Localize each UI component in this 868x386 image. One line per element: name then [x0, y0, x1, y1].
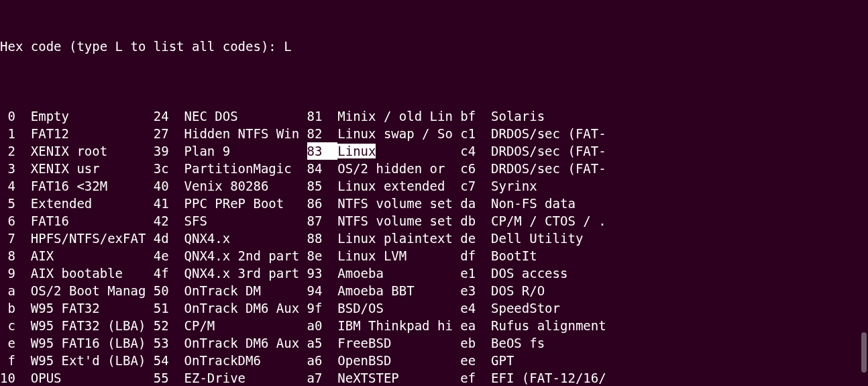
partition-code: 24 — [154, 107, 169, 125]
column-gap — [169, 212, 184, 230]
column-gap — [476, 142, 491, 160]
partition-name: W95 FAT16 (LBA) — [31, 334, 154, 352]
partition-code: 93 — [307, 264, 323, 282]
scrollbar[interactable] — [860, 0, 867, 386]
partition-name: DRDOS/sec (FAT- — [491, 142, 614, 160]
partition-name: Linux swap / So — [337, 125, 460, 142]
column-gap — [322, 125, 337, 142]
partition-code: 86 — [307, 195, 323, 212]
partition-name: FAT16 — [31, 212, 154, 230]
partition-name: AIX bootable — [31, 264, 154, 282]
partition-name: BeOS fs — [491, 334, 614, 352]
partition-name: OnTrackDM6 — [184, 352, 307, 369]
partition-name: NeXTSTEP — [337, 369, 460, 386]
column-gap — [169, 230, 184, 247]
partition-code: df — [460, 247, 476, 264]
column-gap — [476, 195, 491, 212]
column-gap — [322, 212, 337, 230]
partition-type-list: 0 Empty 24 NEC DOS 81 Minix / old Lin bf… — [0, 107, 868, 386]
partition-code: 8e — [307, 247, 323, 264]
column-gap — [15, 230, 31, 247]
partition-name: Rufus alignment — [491, 317, 614, 334]
column-gap — [476, 352, 491, 369]
partition-name: EZ-Drive — [184, 369, 307, 386]
column-gap — [169, 352, 184, 369]
partition-name: IBM Thinkpad hi — [337, 317, 460, 334]
column-gap — [15, 317, 31, 334]
partition-code: 50 — [154, 282, 169, 299]
column-gap — [15, 142, 31, 160]
table-row: 8 AIX 4e QNX4.x 2nd part 8e Linux LVM df… — [0, 247, 868, 264]
partition-code: eb — [460, 334, 476, 352]
column-gap — [15, 212, 31, 230]
partition-code: 0 — [0, 107, 15, 125]
table-row: a OS/2 Boot Manag 50 OnTrack DM 94 Amoeb… — [0, 282, 868, 299]
partition-name: Amoeba — [337, 264, 460, 282]
partition-code: a5 — [307, 334, 323, 352]
partition-code: 53 — [154, 334, 169, 352]
partition-name: Linux — [337, 142, 460, 160]
partition-name: QNX4.x — [184, 230, 307, 247]
partition-name: OnTrack DM6 Aux — [184, 334, 307, 352]
partition-code: 88 — [307, 230, 323, 247]
partition-code: c4 — [460, 142, 476, 160]
table-row: 9 AIX bootable 4f QNX4.x 3rd part 93 Amo… — [0, 264, 868, 282]
partition-name: CP/M — [184, 317, 307, 334]
column-gap — [476, 160, 491, 177]
table-row: 3 XENIX usr 3c PartitionMagic 84 OS/2 hi… — [0, 160, 868, 177]
table-row: 0 Empty 24 NEC DOS 81 Minix / old Lin bf… — [0, 107, 868, 125]
partition-name: HPFS/NTFS/exFAT — [31, 230, 154, 247]
partition-name: W95 FAT32 — [31, 299, 154, 317]
partition-code: ef — [460, 369, 476, 386]
partition-name: Linux extended — [337, 177, 460, 195]
partition-name: NTFS volume set — [337, 195, 460, 212]
partition-code: 55 — [154, 369, 169, 386]
partition-name: Hidden NTFS Win — [184, 125, 307, 142]
column-gap — [169, 264, 184, 282]
partition-name: DOS access — [491, 264, 614, 282]
column-gap — [476, 334, 491, 352]
partition-name: Dell Utility — [491, 230, 614, 247]
partition-code: de — [460, 230, 476, 247]
column-gap — [322, 177, 337, 195]
partition-name: Minix / old Lin — [337, 107, 460, 125]
column-gap — [322, 282, 337, 299]
partition-name: NTFS volume set — [337, 212, 460, 230]
partition-code: 94 — [307, 282, 323, 299]
partition-code: 4f — [154, 264, 169, 282]
column-gap — [15, 125, 31, 142]
partition-name: Extended — [31, 195, 154, 212]
column-gap — [476, 299, 491, 317]
column-gap — [169, 317, 184, 334]
partition-code: db — [460, 212, 476, 230]
partition-code: da — [460, 195, 476, 212]
partition-name: OpenBSD — [337, 352, 460, 369]
column-gap — [15, 160, 31, 177]
partition-name: QNX4.x 2nd part — [184, 247, 307, 264]
column-gap — [15, 369, 31, 386]
partition-name: FAT12 — [31, 125, 154, 142]
column-gap — [476, 264, 491, 282]
table-row: 5 Extended 41 PPC PReP Boot 86 NTFS volu… — [0, 195, 868, 212]
partition-code: 4d — [154, 230, 169, 247]
column-gap — [322, 230, 337, 247]
scrollbar-thumb[interactable] — [861, 332, 867, 373]
partition-code: a0 — [307, 317, 323, 334]
table-row: 10 OPUS 55 EZ-Drive a7 NeXTSTEP ef EFI (… — [0, 369, 868, 386]
partition-code: a — [0, 282, 15, 299]
partition-code: 3 — [0, 160, 15, 177]
partition-name: Empty — [31, 107, 154, 125]
partition-code: f — [0, 352, 15, 369]
partition-name: Venix 80286 — [184, 177, 307, 195]
column-gap — [15, 195, 31, 212]
partition-code: 51 — [154, 299, 169, 317]
partition-name: W95 FAT32 (LBA) — [31, 317, 154, 334]
partition-code: e4 — [460, 299, 476, 317]
partition-name: Amoeba BBT — [337, 282, 460, 299]
partition-name: SFS — [184, 212, 307, 230]
column-gap — [169, 195, 184, 212]
partition-name: OnTrack DM — [184, 282, 307, 299]
column-gap — [322, 264, 337, 282]
column-gap — [476, 317, 491, 334]
column-gap — [169, 369, 184, 386]
